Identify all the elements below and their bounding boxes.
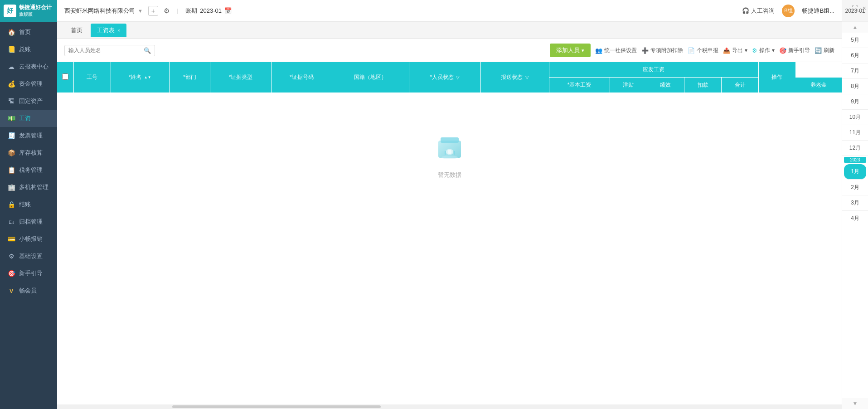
sidebar-item-label: 多机构管理 <box>19 183 48 191</box>
salary-table: 工号 *姓名 ▲▼ *部门 *证据类型 *证据号码 国籍（地区） *人员状态 ▽ <box>57 62 842 215</box>
sidebar-item-inventory[interactable]: 📦 库存核算 <box>0 144 57 161</box>
col-base: *基本工资 <box>549 78 610 93</box>
month-scroll-down-button[interactable]: ▼ <box>842 398 868 409</box>
sidebar-item-expense[interactable]: 💳 小畅报销 <box>0 230 57 248</box>
sidebar-item-label: 工资 <box>19 114 31 122</box>
sidebar-item-label: 税务管理 <box>19 166 43 174</box>
guide-toolbar-icon: 🎯 <box>779 47 786 54</box>
vip-icon: V <box>7 287 15 294</box>
sidebar-item-ledger[interactable]: 📒 总账 <box>0 41 57 58</box>
col-status[interactable]: *人员状态 ▽ <box>409 62 481 93</box>
month-item-2022-08[interactable]: 8月 <box>842 79 868 94</box>
refresh-button[interactable]: 🔄 刷新 <box>815 47 834 54</box>
sidebar-item-tax[interactable]: 📋 税务管理 <box>0 161 57 179</box>
social-settings-button[interactable]: 👥 统一社保设置 <box>595 47 637 54</box>
add-company-button[interactable]: + <box>148 6 158 16</box>
month-scroll-up-button[interactable]: ▲ <box>842 22 868 33</box>
report-filter-icon[interactable]: ▽ <box>525 75 529 80</box>
salary-icon: 💵 <box>7 115 15 122</box>
month-item-2022-12[interactable]: 12月 <box>842 141 868 156</box>
name-sort-icon[interactable]: ▲▼ <box>144 76 151 79</box>
sidebar-item-vip[interactable]: V 畅会员 <box>0 282 57 299</box>
month-item-2023-03[interactable]: 3月 <box>842 195 868 211</box>
search-wrap: 🔍 <box>64 45 155 56</box>
operations-button[interactable]: ⚙ 操作 ▾ <box>752 47 775 54</box>
tab-close-icon[interactable]: × <box>117 28 120 33</box>
calendar-icon[interactable]: 📅 <box>224 7 232 14</box>
month-item-2022-05[interactable]: 5月 <box>842 33 868 48</box>
col-name[interactable]: *姓名 ▲▼ <box>111 62 169 93</box>
sidebar-item-archive[interactable]: 🗂 归档管理 <box>0 213 57 230</box>
operations-icon: ⚙ <box>752 47 757 54</box>
panel-expand-icon[interactable]: ⛶ <box>852 5 858 12</box>
col-country: 国籍（地区） <box>332 62 409 93</box>
add-person-button[interactable]: 添加人员 ▾ <box>550 44 591 57</box>
month-item-2022-10[interactable]: 10月 <box>842 110 868 125</box>
sidebar-item-close[interactable]: 🔒 结账 <box>0 196 57 213</box>
sidebar-item-label: 畅会员 <box>19 287 37 295</box>
month-item-2022-09[interactable]: 9月 <box>842 94 868 110</box>
special-deduction-button[interactable]: ➕ 专项附加扣除 <box>641 47 683 54</box>
export-button[interactable]: 📤 导出 ▾ <box>723 47 747 54</box>
status-filter-icon[interactable]: ▽ <box>456 75 460 80</box>
empty-row: 暂无数据 <box>57 93 842 216</box>
sidebar-item-cloud[interactable]: ☁ 云报表中心 <box>0 58 57 75</box>
fund-icon: 💰 <box>7 80 15 88</box>
support-button[interactable]: 🎧 人工咨询 <box>742 7 775 15</box>
month-item-2022-11[interactable]: 11月 <box>842 125 868 141</box>
col-performance: 绩效 <box>647 78 684 93</box>
company-dropdown-arrow: ▼ <box>138 8 143 14</box>
col-dept: *部门 <box>169 62 210 93</box>
month-item-2022-07[interactable]: 7月 <box>842 63 868 79</box>
month-item-2023-04[interactable]: 4月 <box>842 211 868 226</box>
sidebar-item-settings[interactable]: ⚙ 基础设置 <box>0 248 57 265</box>
select-all-checkbox[interactable] <box>62 73 68 80</box>
table-body: 暂无数据 <box>57 93 842 216</box>
sidebar-item-home[interactable]: 🏠 首页 <box>0 24 57 41</box>
guide-icon: 🎯 <box>7 270 15 277</box>
col-cert-type: *证据类型 <box>210 62 271 93</box>
month-item-2023-01[interactable]: 1月 <box>844 164 866 180</box>
col-checkbox[interactable] <box>57 62 73 93</box>
month-item-2023-02[interactable]: 2月 <box>842 180 868 195</box>
svg-point-3 <box>448 149 453 155</box>
search-icon[interactable]: 🔍 <box>144 47 151 54</box>
sidebar-item-label: 新手引导 <box>19 269 43 278</box>
table-scrollbar[interactable] <box>57 404 842 409</box>
toolbar-right: 添加人员 ▾ 👥 统一社保设置 ➕ 专项附加扣除 📄 个税申报 📤 导 <box>550 44 834 57</box>
company-selector[interactable]: 西安虾米网络科技有限公司 ▼ <box>64 7 143 15</box>
sidebar-item-assets[interactable]: 🏗 固定资产 <box>0 93 57 110</box>
sidebar-item-salary[interactable]: 💵 工资 <box>0 110 57 127</box>
company-settings-icon[interactable]: ⚙ <box>164 7 170 15</box>
tab-home[interactable]: 首页 <box>64 24 89 37</box>
sidebar-item-label: 基础设置 <box>19 252 43 260</box>
period-value: 2023-01 <box>200 7 222 14</box>
month-list-panel: ▲ 5月 6月 7月 8月 9月 10月 11月 12月 2023 1月 2月 … <box>842 22 868 409</box>
sidebar-item-label: 固定资产 <box>19 97 43 105</box>
logo-icon: 好 <box>4 5 16 17</box>
sidebar-item-label: 发票管理 <box>19 131 43 140</box>
sidebar-item-multi[interactable]: 🏢 多机构管理 <box>0 179 57 196</box>
sidebar-item-guide[interactable]: 🎯 新手引导 <box>0 265 57 282</box>
content-area: 🔍 添加人员 ▾ 👥 统一社保设置 ➕ 专项附加扣除 📄 个税申报 <box>57 39 842 409</box>
search-input[interactable] <box>68 47 141 54</box>
guide-button[interactable]: 🎯 新手引导 <box>779 47 810 54</box>
sidebar-item-label: 总账 <box>19 45 31 54</box>
header-right: 🎧 人工咨询 B组 畅捷通B组... <box>742 5 834 17</box>
tax-report-button[interactable]: 📄 个税申报 <box>688 47 718 54</box>
cloud-icon: ☁ <box>7 63 15 70</box>
sidebar-item-invoice[interactable]: 🧾 发票管理 <box>0 127 57 144</box>
user-name[interactable]: 畅捷通B组... <box>802 7 834 15</box>
ledger-icon: 📒 <box>7 46 15 53</box>
main-area: 西安虾米网络科技有限公司 ▼ + ⚙ | 账期 2023-01 📅 🎧 人工咨询… <box>57 0 842 409</box>
sidebar-item-fund[interactable]: 💰 资金管理 <box>0 75 57 93</box>
inventory-icon: 📦 <box>7 149 15 156</box>
empty-state: 暂无数据 <box>57 93 842 215</box>
col-report-status[interactable]: 报送状态 ▽ <box>481 62 549 93</box>
sidebar-item-label: 首页 <box>19 28 31 36</box>
scrollbar-thumb[interactable] <box>172 405 381 408</box>
table-wrap: 工号 *姓名 ▲▼ *部门 *证据类型 *证据号码 国籍（地区） *人员状态 ▽ <box>57 62 842 404</box>
month-item-2022-06[interactable]: 6月 <box>842 48 868 63</box>
panel-close-icon[interactable]: × <box>863 5 866 12</box>
tab-salary[interactable]: 工资表 × <box>91 24 126 37</box>
